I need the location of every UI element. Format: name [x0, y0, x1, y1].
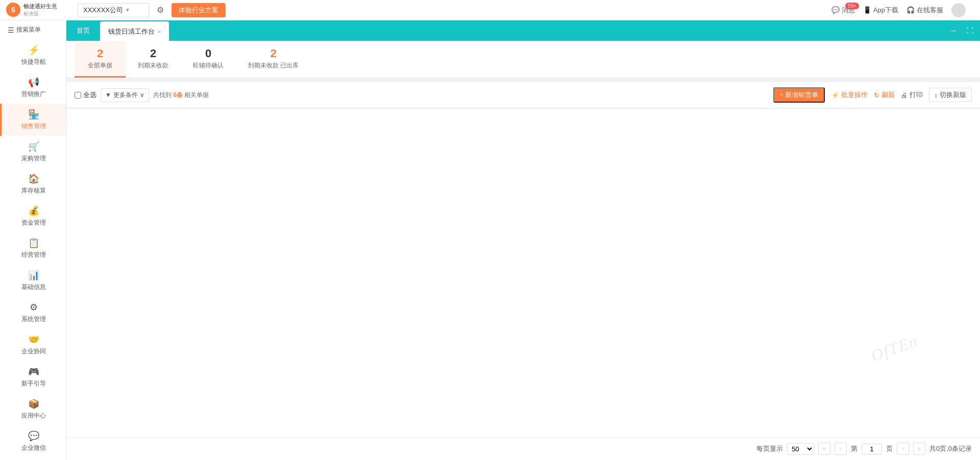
batch-operation-button[interactable]: ⚡ 批量操作 [831, 90, 868, 100]
sidebar: ☰ 搜索菜单 ⚡ 快捷导航 📢 营销推广 🏪 销售管理 🛒 采购管理 🏠 库存核… [0, 20, 66, 460]
sidebar-item-system[interactable]: ⚙ 系统管理 [0, 297, 66, 329]
result-prefix: 共找到 [153, 91, 172, 99]
sidebar-item-purchase[interactable]: 🛒 采购管理 [0, 136, 66, 168]
printer-icon: 🖨 [901, 91, 908, 99]
sidebar-item-basic-info[interactable]: 📊 基础信息 [0, 264, 66, 297]
tab-page-work[interactable]: 钱货日清工作台 × [100, 21, 169, 42]
stat-tab-all[interactable]: 2 全部单据 [75, 41, 126, 78]
tab-maximize-icon[interactable]: ⛶ [964, 25, 976, 37]
stat-overdue-label: 到期未收款 [138, 61, 168, 70]
sidebar-guide-label: 新手引导 [21, 379, 46, 388]
sidebar-item-guide[interactable]: 🎮 新手引导 [0, 361, 66, 393]
first-page-button[interactable]: « [818, 443, 830, 455]
megaphone-icon: 📢 [28, 77, 39, 88]
app-download-item[interactable]: 📱 App下载 [863, 6, 898, 15]
stat-overdue-shipped-label: 到期未收款 已出库 [248, 61, 299, 70]
select-all-input[interactable] [75, 92, 81, 99]
filter-label: 更多条件 [113, 91, 138, 100]
tab-bar-right: ─ ⛶ [947, 25, 980, 37]
logo-tag: 标准版 [23, 10, 57, 17]
sidebar-finance-label: 资金管理 [21, 219, 46, 227]
next-page-button[interactable]: › [897, 443, 909, 455]
stat-overdue-num: 2 [138, 47, 168, 60]
sidebar-item-sales[interactable]: 🏪 销售管理 [0, 104, 66, 136]
filter-arrow-icon: ∨ [140, 91, 144, 99]
dropdown-arrow-icon: ▼ [125, 7, 130, 13]
stat-all-label: 全部单据 [87, 61, 113, 70]
main-layout: ☰ 搜索菜单 ⚡ 快捷导航 📢 营销推广 🏪 销售管理 🛒 采购管理 🏠 库存核… [0, 20, 980, 460]
tab-bar: 首页 钱货日清工作台 × ─ ⛶ [66, 20, 980, 41]
stat-all-num: 2 [87, 47, 113, 60]
last-page-button[interactable]: » [913, 443, 925, 455]
refresh-label: 刷新 [881, 90, 895, 100]
batch-icon: ⚡ [831, 91, 839, 99]
stat-tab-overdue[interactable]: 2 到期未收款 [126, 41, 181, 78]
logo-icon: 6 [6, 3, 20, 17]
filter-button[interactable]: ▼ 更多条件 ∨ [101, 88, 149, 102]
sidebar-item-cooperation[interactable]: 🤝 企业协同 [0, 329, 66, 361]
top-bar: 6 畅捷通好生意 标准版 XXXXXX公司 ▼ ⚙ 体验行业方案 💬 消息 99… [0, 0, 980, 20]
sidebar-wechat-label: 企业微信 [21, 444, 46, 452]
result-suffix: 相关单据 [184, 91, 209, 99]
box-icon: 📦 [28, 398, 39, 409]
sidebar-item-search[interactable]: ☰ 搜索菜单 [0, 20, 66, 39]
result-count: 0条 [173, 91, 183, 99]
store-icon: 🏪 [28, 109, 39, 120]
stats-bar: 2 全部单据 2 到期未收款 0 旺辅待确认 2 到期未收款 已出库 [66, 41, 980, 78]
guide-icon: 🎮 [28, 366, 39, 377]
logo-title: 畅捷通好生意 [23, 3, 57, 10]
sidebar-item-operations[interactable]: 📋 经营管理 [0, 232, 66, 264]
sidebar-item-quick-nav[interactable]: ⚡ 快捷导航 [0, 39, 66, 71]
toolbar: 全选 ▼ 更多条件 ∨ 共找到 0条 相关单据 + 新增销货单 [66, 82, 980, 108]
prev-page-button[interactable]: ‹ [835, 443, 847, 455]
message-item[interactable]: 💬 消息 99+ [831, 6, 855, 15]
cart-icon: 🛒 [28, 141, 39, 152]
settings-icon[interactable]: ⚙ [153, 3, 167, 17]
sidebar-item-finance[interactable]: 💰 资金管理 [0, 200, 66, 232]
print-label: 打印 [910, 90, 923, 100]
filter-icon: ▼ [105, 91, 111, 99]
stat-tab-overdue-shipped[interactable]: 2 到期未收款 已出库 [236, 41, 311, 78]
sidebar-item-app-center[interactable]: 📦 应用中心 [0, 393, 66, 425]
print-button[interactable]: 🖨 打印 [901, 90, 923, 100]
content-area: 首页 钱货日清工作台 × ─ ⛶ 2 全部单据 2 到期未收款 [66, 20, 980, 460]
select-all-checkbox[interactable]: 全选 [75, 90, 96, 100]
sidebar-item-wechat[interactable]: 💬 企业微信 [0, 425, 66, 457]
page-suffix: 页 [886, 444, 893, 453]
tab-minimize-icon[interactable]: ─ [947, 25, 960, 37]
company-selector[interactable]: XXXXXX公司 ▼ [78, 3, 149, 17]
toolbar-left: 全选 ▼ 更多条件 ∨ 共找到 0条 相关单据 [75, 88, 769, 102]
tab-close-icon[interactable]: × [158, 29, 161, 35]
select-all-label: 全选 [83, 90, 96, 100]
page-content: 2 全部单据 2 到期未收款 0 旺辅待确认 2 到期未收款 已出库 [66, 41, 980, 460]
page-size-select[interactable]: 50 100 200 [787, 443, 814, 455]
avatar[interactable] [951, 3, 966, 17]
online-service-item[interactable]: 🎧 在线客服 [906, 6, 943, 15]
refresh-button[interactable]: ↻ 刷新 [874, 90, 895, 100]
tab-home[interactable]: 首页 [66, 20, 100, 41]
sidebar-basic-info-label: 基础信息 [21, 283, 46, 292]
online-service-label: 在线客服 [917, 6, 943, 15]
app-download-label: App下载 [873, 6, 898, 15]
switch-version-button[interactable]: ↕ 切换新版 [929, 88, 972, 102]
new-sale-button[interactable]: + 新增销货单 [773, 87, 824, 103]
page-prefix: 第 [851, 444, 857, 453]
total-info: 共0页,0条记录 [929, 444, 972, 453]
app-download-icon: 📱 [863, 6, 871, 14]
trial-button[interactable]: 体验行业方案 [172, 3, 226, 17]
search-icon: ☰ [8, 26, 14, 34]
page-size-text: 每页显示 [756, 444, 783, 453]
sidebar-item-inventory[interactable]: 🏠 库存核算 [0, 168, 66, 200]
money-icon: 💰 [28, 205, 39, 216]
toolbar-right: + 新增销货单 ⚡ 批量操作 ↻ 刷新 🖨 打印 ↕ [773, 87, 972, 103]
stat-tab-pending[interactable]: 0 旺辅待确认 [181, 41, 236, 78]
sidebar-item-marketing[interactable]: 📢 营销推广 [0, 71, 66, 104]
page-number-input[interactable] [862, 444, 882, 454]
pagination: 每页显示 50 100 200 « ‹ 第 页 › » 共0页,0条记录 [66, 437, 980, 460]
sidebar-purchase-label: 采购管理 [21, 154, 46, 163]
result-text: 共找到 0条 相关单据 [153, 91, 209, 100]
stat-pending-num: 0 [193, 47, 224, 60]
switch-label: 切换新版 [940, 90, 966, 100]
sidebar-item-member[interactable]: V 畅会员 [0, 457, 66, 460]
sidebar-sales-label: 销售管理 [21, 122, 46, 131]
